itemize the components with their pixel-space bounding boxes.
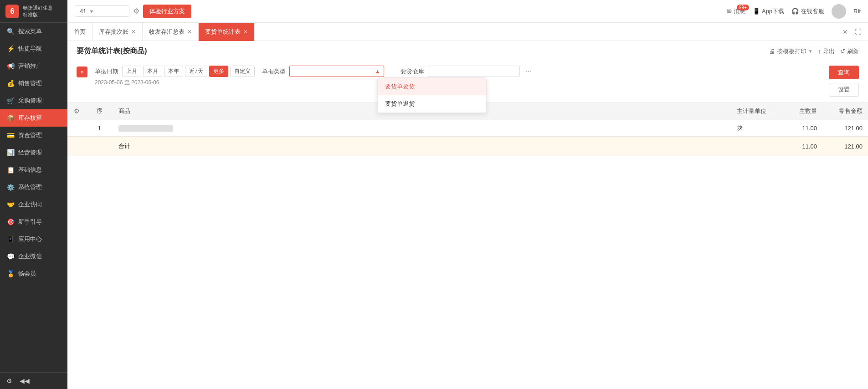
date-filter-group: 单据日期 上月 本月 本年 近7天 更多 自定义 2023-05-06 至 20… xyxy=(95,66,255,87)
quick-nav-icon: ⚡ xyxy=(6,45,15,53)
settings-button[interactable]: 设置 xyxy=(829,83,859,97)
total-empty-3 xyxy=(731,136,777,156)
sidebar-collapse-icon[interactable]: ◀◀ xyxy=(20,377,30,384)
window-close-btn[interactable]: ✕ xyxy=(839,26,852,38)
marketing-icon: 📢 xyxy=(6,62,15,70)
date-range-text: 2023-05-06 至 2023-06-06 xyxy=(95,79,255,87)
dropdown-item-order-return[interactable]: 要货单退货 xyxy=(378,95,486,113)
date-btn-custom[interactable]: 自定义 xyxy=(230,66,255,77)
top-bar: 41 ▼ ⚙ 体验行业方案 ✉ 消息 99+ 📱 App下载 🎧 在线客服 Ri… xyxy=(67,0,868,23)
store-selector[interactable]: 41 ▼ xyxy=(75,5,129,17)
wechat-icon: 💬 xyxy=(6,252,15,261)
username-text: Rit xyxy=(853,8,861,15)
apps-icon: 📱 xyxy=(6,235,15,243)
tab-batch-account[interactable]: 库存批次账 ✕ xyxy=(92,23,143,41)
member-icon: 🏅 xyxy=(6,270,15,278)
total-qty: 11.00 xyxy=(777,136,822,156)
date-btn-this-month[interactable]: 本月 xyxy=(143,66,162,77)
tab-order-summary-label: 要货单统计表 xyxy=(205,28,241,36)
sidebar-item-base[interactable]: 📋 基础信息 xyxy=(0,161,67,179)
phone-icon: 📱 xyxy=(753,8,760,15)
export-btn[interactable]: ↑ 导出 xyxy=(818,47,835,56)
total-empty-1 xyxy=(67,136,86,156)
store-name: 41 xyxy=(80,8,86,15)
cooperation-icon: 🤝 xyxy=(6,200,15,209)
messages-btn[interactable]: ✉ 消息 99+ xyxy=(727,7,745,15)
tab-collect-summary-close-icon[interactable]: ✕ xyxy=(187,29,192,35)
type-select-wrapper: ▲ xyxy=(289,66,384,77)
sidebar-item-purchase[interactable]: 🛒 采购管理 xyxy=(0,92,67,109)
date-btn-more[interactable]: 更多 xyxy=(209,66,228,77)
tab-collect-summary-label: 收发存汇总表 xyxy=(149,28,185,36)
print-label: 按模板打印 xyxy=(777,47,806,56)
filter-more-icon[interactable]: ··· xyxy=(524,67,533,76)
print-btn[interactable]: 🖨 按模板打印 ▼ xyxy=(769,47,813,56)
tab-window-controls: ✕ ⛶ xyxy=(839,26,868,38)
warehouse-input[interactable] xyxy=(428,66,520,77)
messages-badge: 99+ xyxy=(737,5,749,10)
cell-unit: 块 xyxy=(731,120,777,137)
sidebar-item-label: 搜索菜单 xyxy=(18,27,42,36)
tab-collect-summary[interactable]: 收发存汇总表 ✕ xyxy=(143,23,199,41)
date-btn-last-month[interactable]: 上月 xyxy=(122,66,141,77)
sidebar-item-quick-nav[interactable]: ⚡ 快捷导航 xyxy=(0,40,67,57)
sidebar-item-member[interactable]: 🏅 畅会员 xyxy=(0,265,67,282)
sales-icon: 💰 xyxy=(6,79,15,87)
sidebar-item-apps[interactable]: 📱 应用中心 xyxy=(0,230,67,248)
trial-button[interactable]: 体验行业方案 xyxy=(143,5,191,18)
date-filter: 单据日期 上月 本月 本年 近7天 更多 自定义 xyxy=(95,66,255,77)
date-btn-this-year[interactable]: 本年 xyxy=(164,66,183,77)
sidebar-item-finance[interactable]: 💳 资金管理 xyxy=(0,127,67,144)
sidebar-item-search[interactable]: 🔍 搜索菜单 xyxy=(0,23,67,40)
avatar[interactable] xyxy=(832,4,846,19)
sidebar-item-inventory[interactable]: 📦 库存核算 xyxy=(0,109,67,127)
store-chevron-icon: ▼ xyxy=(89,9,94,14)
total-amount: 121.00 xyxy=(822,136,868,156)
sidebar-item-system[interactable]: ⚙️ 系统管理 xyxy=(0,179,67,196)
sidebar-item-operation[interactable]: 📊 经营管理 xyxy=(0,144,67,161)
cell-settings xyxy=(67,120,86,137)
refresh-btn[interactable]: ↺ 刷新 xyxy=(840,47,859,56)
online-service-label: 在线客服 xyxy=(801,7,824,15)
sidebar-item-marketing[interactable]: 📢 营销推广 xyxy=(0,57,67,75)
cell-amount: 121.00 xyxy=(822,120,868,137)
print-icon: 🖨 xyxy=(769,48,775,55)
sidebar-item-cooperation[interactable]: 🤝 企业协同 xyxy=(0,196,67,213)
message-icon: ✉ xyxy=(727,8,732,15)
online-service-btn[interactable]: 🎧 在线客服 xyxy=(791,7,824,15)
topbar-settings-icon[interactable]: ⚙ xyxy=(133,7,139,15)
sidebar-item-guide[interactable]: 🎯 新手引导 xyxy=(0,213,67,230)
type-filter-label: 单据类型 xyxy=(262,67,286,76)
sidebar-item-label: 企业微信 xyxy=(18,252,42,261)
table-settings-icon[interactable]: ⚙ xyxy=(74,107,80,115)
tab-home[interactable]: 首页 xyxy=(67,23,92,41)
top-bar-left: 41 ▼ ⚙ 体验行业方案 xyxy=(75,5,721,18)
dropdown-item-order-goods[interactable]: 要货单要货 xyxy=(378,78,486,95)
total-empty-2 xyxy=(86,136,113,156)
bottom-settings-icon[interactable]: ⚙ xyxy=(6,377,12,384)
guide-icon: 🎯 xyxy=(6,218,15,226)
tab-batch-account-close-icon[interactable]: ✕ xyxy=(131,29,136,35)
sidebar-item-label: 营销推广 xyxy=(18,62,42,70)
type-input[interactable] xyxy=(289,66,384,77)
tab-bar: 首页 库存批次账 ✕ 收发存汇总表 ✕ 要货单统计表 ✕ ✕ ⛶ xyxy=(67,23,868,41)
warehouse-filter: 要货仓库 ··· xyxy=(401,66,533,77)
query-button[interactable]: 查询 xyxy=(829,66,859,79)
page-title: 要货单统计表(按商品) xyxy=(77,46,147,56)
tab-order-summary-close-icon[interactable]: ✕ xyxy=(243,29,248,35)
th-qty: 主数量 xyxy=(777,102,822,120)
expand-filter-btn[interactable]: » xyxy=(77,67,87,77)
sidebar-item-wechat[interactable]: 💬 企业微信 xyxy=(0,248,67,265)
sidebar-item-sales[interactable]: 💰 销售管理 xyxy=(0,75,67,92)
th-unit: 主计量单位 xyxy=(731,102,777,120)
base-icon: 📋 xyxy=(6,166,15,174)
cell-no: 1 xyxy=(86,120,113,137)
expand-icon: » xyxy=(81,69,84,75)
sidebar: 6 畅捷通好生意 标准版 🔍 搜索菜单 ⚡ 快捷导航 📢 营销推广 💰 销售管理… xyxy=(0,0,67,389)
app-download-btn[interactable]: 📱 App下载 xyxy=(753,7,784,15)
sidebar-item-label: 资金管理 xyxy=(18,131,42,139)
date-btn-last-7-days[interactable]: 近7天 xyxy=(185,66,207,77)
sidebar-item-label: 库存核算 xyxy=(18,114,42,122)
window-expand-btn[interactable]: ⛶ xyxy=(852,26,864,38)
tab-order-summary[interactable]: 要货单统计表 ✕ xyxy=(199,23,255,41)
